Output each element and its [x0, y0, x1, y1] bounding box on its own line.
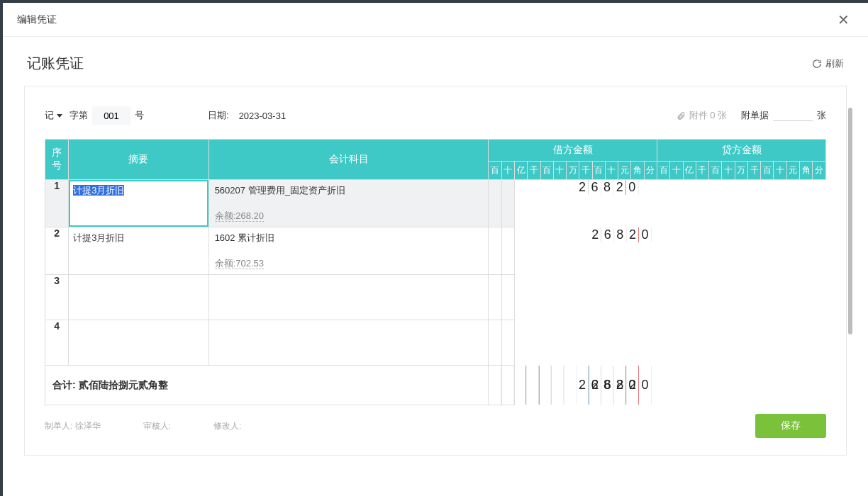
voucher-card: 记 字第 号 日期: — [24, 86, 847, 456]
digit: 2 — [627, 366, 640, 405]
subject-cell[interactable]: 560207 管理费用_固定资产折旧余额:268.20 — [208, 180, 489, 227]
voucher-type-label: 记 — [45, 109, 54, 122]
debit-cell[interactable] — [489, 320, 501, 366]
row-index: 3 — [45, 275, 69, 320]
th-digit: 千 — [579, 162, 592, 180]
digit: 6 — [601, 366, 614, 405]
credit-cell[interactable]: 26820 — [501, 227, 514, 275]
voucher-footer: 制单人: 徐泽华 审核人: 修改人: 保存 — [45, 414, 826, 438]
th-digit: 元 — [786, 162, 799, 180]
summary-input[interactable]: 计提3月折旧 — [69, 180, 208, 227]
total-credit[interactable]: 26820 — [501, 366, 514, 405]
digit — [552, 366, 564, 405]
row-index: 1 — [45, 180, 69, 227]
th-digit: 十 — [605, 162, 618, 180]
th-idx: 序号 — [45, 140, 69, 180]
digit: 2 — [613, 180, 626, 195]
summary-cell[interactable] — [69, 275, 208, 320]
edit-voucher-modal: 编辑凭证 ✕ 记账凭证 刷新 记 — [3, 3, 868, 496]
modifier: 修改人: — [213, 420, 241, 432]
digit: 2 — [589, 366, 602, 405]
refresh-button[interactable]: 刷新 — [812, 57, 844, 70]
attachment-link[interactable]: 附件 0 张 — [677, 109, 727, 122]
summary-cell[interactable] — [69, 320, 208, 366]
voucher-type-dropdown[interactable]: 记 — [45, 109, 62, 122]
row-index: 2 — [45, 227, 69, 275]
th-digit: 百 — [657, 162, 670, 180]
credit-cell[interactable] — [501, 275, 514, 320]
debit-cell[interactable]: 26820 — [489, 180, 501, 227]
close-icon: ✕ — [838, 12, 850, 28]
th-digit: 万 — [735, 162, 747, 180]
digit: 2 — [577, 180, 589, 195]
row-index: 4 — [45, 320, 69, 366]
total-debit[interactable]: 26820 — [489, 366, 501, 405]
th-digit: 元 — [618, 162, 631, 180]
th-digit: 百 — [709, 162, 722, 180]
subject-balance: 余额:268.20 — [215, 210, 264, 222]
th-credit: 贷方金额 — [657, 140, 826, 162]
modal-header: 编辑凭证 ✕ — [3, 3, 868, 37]
debit-cell[interactable] — [489, 275, 501, 320]
table-row: 1计提3月折旧560207 管理费用_固定资产折旧余额:268.2026820 — [45, 180, 826, 227]
digit: 8 — [614, 366, 627, 405]
th-digit: 角 — [631, 162, 644, 180]
digit — [540, 366, 552, 405]
save-button[interactable]: 保存 — [755, 414, 826, 438]
th-digit: 百 — [540, 162, 553, 180]
page-title: 记账凭证 — [27, 54, 84, 73]
subject-cell[interactable] — [208, 275, 489, 320]
summary-text: 计提3月折旧 — [69, 227, 208, 271]
digit — [514, 366, 527, 405]
reviewer: 审核人: — [143, 420, 171, 432]
th-digit: 亿 — [514, 162, 527, 180]
th-digit: 十 — [774, 162, 786, 180]
digit: 6 — [601, 227, 614, 242]
th-digit: 角 — [799, 162, 812, 180]
summary-cell[interactable]: 计提3月折旧 — [69, 227, 208, 275]
digit — [564, 366, 577, 405]
th-digit: 万 — [567, 162, 579, 180]
digit — [577, 366, 589, 405]
total-row: 合计: 贰佰陆拾捌元贰角整2682026820 — [45, 366, 826, 405]
attachment-label: 附件 0 张 — [689, 109, 727, 122]
digit — [489, 366, 501, 405]
th-digit: 千 — [696, 162, 708, 180]
modal-title: 编辑凭证 — [17, 13, 57, 26]
summary-text — [69, 275, 208, 319]
summary-text — [69, 320, 208, 364]
preparer: 制单人: 徐泽华 — [45, 420, 101, 432]
date-input[interactable] — [239, 106, 317, 125]
receipt-count-input[interactable] — [773, 110, 813, 121]
voucher-number-input[interactable] — [92, 106, 130, 125]
receipt-unit: 张 — [817, 109, 826, 122]
digit: 0 — [639, 227, 652, 242]
refresh-icon — [812, 59, 822, 69]
digit: 2 — [589, 227, 602, 242]
credit-cell[interactable] — [501, 180, 514, 227]
credit-cell[interactable] — [501, 320, 514, 366]
subject-name: 560207 管理费用_固定资产折旧 — [215, 184, 483, 197]
th-digit: 十 — [553, 162, 566, 180]
debit-cell[interactable] — [489, 227, 501, 275]
date-label: 日期: — [208, 109, 229, 122]
paperclip-icon — [677, 111, 686, 120]
th-digit: 百 — [592, 162, 605, 180]
th-digit: 千 — [528, 162, 540, 180]
hao-label: 号 — [135, 109, 144, 122]
th-summary: 摘要 — [69, 140, 208, 180]
subject-cell[interactable]: 1602 累计折旧余额:702.53 — [208, 227, 489, 275]
table-row: 2计提3月折旧1602 累计折旧余额:702.5326820 — [45, 227, 826, 275]
subject-name: 1602 累计折旧 — [215, 232, 483, 244]
th-digit: 十 — [501, 162, 514, 180]
summary-cell[interactable]: 计提3月折旧 — [69, 180, 208, 227]
th-digit: 百 — [489, 162, 501, 180]
subject-cell[interactable] — [208, 320, 489, 366]
digit: 0 — [639, 366, 652, 405]
scrollbar[interactable] — [848, 108, 852, 334]
th-debit: 借方金额 — [489, 140, 657, 162]
digit — [527, 366, 540, 405]
th-digit: 百 — [761, 162, 774, 180]
th-subject: 会计科目 — [208, 140, 489, 180]
close-button[interactable]: ✕ — [833, 9, 854, 30]
